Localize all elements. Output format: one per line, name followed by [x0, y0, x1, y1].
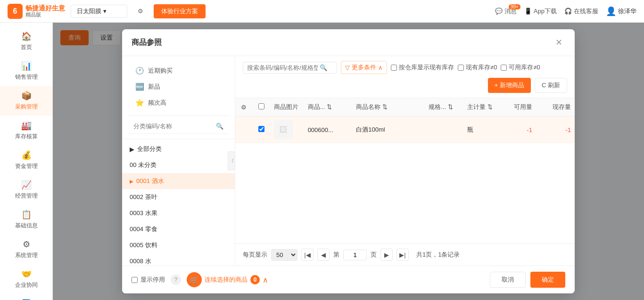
per-page-select[interactable]: 50 100 200	[271, 249, 297, 261]
cat-item-uncategorized[interactable]: 00 未分类	[122, 157, 235, 173]
quick-item-frequent[interactable]: ⭐ 频次高	[128, 95, 229, 111]
last-page-icon: ▶|	[399, 251, 405, 258]
last-page-button[interactable]: ▶|	[396, 249, 409, 261]
sidebar-item-basic[interactable]: 📋 基础信息	[0, 205, 52, 234]
row-checkbox[interactable]	[258, 126, 264, 132]
sidebar-item-finance[interactable]: 💰 资金管理	[0, 145, 52, 175]
user-item[interactable]: 👤 徐泽华	[606, 6, 636, 17]
th-unit[interactable]: 主计量 ⇅	[463, 98, 497, 117]
cat-item-drinks[interactable]: 0005 饮料	[122, 237, 235, 253]
cat-item-liquor[interactable]: ▶ 0001 酒水	[122, 173, 235, 189]
purchase-icon: 📦	[21, 91, 32, 101]
sidebar-item-management[interactable]: 📈 经营管理	[0, 175, 52, 205]
first-page-button[interactable]: |◀	[301, 249, 314, 261]
prev-page-icon: ◀	[321, 251, 326, 258]
collapse-icon: 《	[229, 158, 234, 164]
modal-title: 商品参照	[132, 38, 162, 48]
divider	[128, 116, 229, 116]
product-table: ⚙ 商品图片 商品...	[235, 98, 575, 143]
product-search-input[interactable]	[247, 64, 318, 71]
available-nonzero-checkbox-label[interactable]: 可用库存≠0	[501, 63, 540, 72]
top-right-area: 💬 消息 99+ 📱 App下载 🎧 在线客服 👤 徐泽华	[495, 6, 636, 17]
quick-items: 🕐 近期购买 🆕 新品 ⭐ 频次高	[128, 61, 229, 113]
collapse-panel-button[interactable]: 《	[228, 151, 235, 170]
cart-icon[interactable]: 🛒	[187, 272, 202, 287]
cart-label: 连续选择的商品	[205, 275, 248, 284]
stock-nonzero-checkbox[interactable]	[458, 65, 464, 71]
cancel-button[interactable]: 取消	[490, 272, 526, 288]
sidebar-item-system[interactable]: ⚙ 系统管理	[0, 234, 52, 264]
collapse-cart-icon[interactable]: ∧	[263, 275, 268, 284]
expand-icon-liquor: ▶	[130, 179, 133, 184]
add-product-button[interactable]: + 新增商品	[488, 78, 531, 93]
warehouse-checkbox-label[interactable]: 按仓库显示现有库存	[391, 63, 454, 72]
inventory-icon: 🏭	[21, 120, 32, 131]
sidebar-item-purchase[interactable]: 📦 采购管理	[0, 86, 52, 116]
sidebar-label-management: 经营管理	[15, 192, 38, 200]
more-filter-button[interactable]: ▽ 更多条件 ∧	[341, 61, 387, 74]
stock-nonzero-checkbox-label[interactable]: 现有库存≠0	[458, 63, 497, 72]
modal-footer: 显示停用 ? 🛒 连续选择的商品 0 ∧ 取消 确定	[122, 266, 575, 293]
logo: 6 畅捷通好生意 精品版	[8, 4, 65, 19]
cat-item-snack[interactable]: 0004 零食	[122, 221, 235, 237]
store-selector[interactable]: 日太阳膜 ▾	[71, 5, 127, 18]
td-checkbox[interactable]	[253, 117, 270, 143]
page-label: 第	[333, 250, 339, 259]
confirm-button[interactable]: 确定	[530, 272, 565, 288]
th-image: 商品图片	[270, 98, 304, 117]
th-code[interactable]: 商品... ⇅	[304, 98, 353, 117]
sort-icon-code: ⇅	[327, 103, 332, 110]
cat-label-uncategorized: 00 未分类	[130, 161, 157, 169]
th-settings[interactable]: ⚙	[235, 98, 253, 117]
sidebar-item-inventory[interactable]: 🏭 库存核算	[0, 116, 52, 145]
page-suffix: 页	[371, 250, 377, 259]
prev-page-button[interactable]: ◀	[317, 249, 330, 261]
category-search-input[interactable]	[133, 123, 213, 130]
show-disabled-label[interactable]: 显示停用	[132, 275, 165, 284]
footer-right: 取消 确定	[490, 272, 565, 288]
cat-label-liquor: 0001 酒水	[136, 177, 164, 185]
th-image-label: 商品图片	[274, 103, 298, 110]
app-download-label: App下载	[534, 7, 557, 16]
select-all-checkbox[interactable]	[258, 103, 264, 109]
sidebar-item-home[interactable]: 🏠 首页	[0, 26, 52, 56]
next-page-button[interactable]: ▶	[380, 249, 393, 261]
table-row[interactable]: 🖼 000600... 白酒100ml 瓶 -1 -1	[235, 117, 575, 143]
app-download-item[interactable]: 📱 App下载	[524, 7, 557, 16]
available-nonzero-checkbox[interactable]	[501, 65, 507, 71]
td-stock: -1	[536, 117, 575, 143]
warehouse-checkbox[interactable]	[391, 65, 397, 71]
experience-button[interactable]: 体验行业方案	[154, 4, 206, 18]
quick-item-new[interactable]: 🆕 新品	[128, 79, 229, 95]
sort-icon-unit: ⇅	[487, 103, 493, 110]
message-item[interactable]: 💬 消息 99+	[495, 7, 517, 16]
th-available-label: 可用量	[514, 103, 532, 110]
search-icon[interactable]: 🔍	[320, 64, 327, 71]
cat-item-fruit[interactable]: 0003 水果	[122, 205, 235, 221]
modal-overlay: 商品参照 ✕ 🕐 近期购买	[53, 23, 644, 300]
cat-item-all[interactable]: ▶ 全部分类	[122, 141, 235, 157]
sidebar-item-sales[interactable]: 📊 销售管理	[0, 56, 52, 86]
category-search-icon[interactable]: 🔍	[216, 123, 223, 130]
show-disabled-checkbox[interactable]	[132, 277, 138, 283]
home-icon: 🏠	[21, 31, 32, 42]
cat-item-water[interactable]: 0008 水	[122, 253, 235, 266]
quick-item-recent[interactable]: 🕐 近期购买	[128, 63, 229, 79]
td-unit: 瓶	[463, 117, 497, 143]
modal-header: 商品参照 ✕	[122, 29, 575, 56]
quick-item-recent-label: 近期购买	[148, 67, 173, 75]
sidebar-item-coop[interactable]: 🤝 企业协同	[0, 264, 52, 294]
th-spec[interactable]: 规格... ⇅	[425, 98, 463, 117]
refresh-button[interactable]: C 刷新	[535, 78, 567, 93]
avatar: 👤	[606, 6, 616, 17]
td-available: -1	[497, 117, 536, 143]
th-name[interactable]: 商品名称 ⇅	[352, 98, 425, 117]
sidebar-item-guide[interactable]: 📘 新手引导	[0, 294, 52, 300]
page-number-input[interactable]	[343, 250, 367, 260]
available-nonzero-text: 可用库存≠0	[509, 63, 540, 72]
online-service-item[interactable]: 🎧 在线客服	[564, 7, 598, 16]
settings-icon[interactable]: ⚙	[133, 4, 148, 19]
modal-close-button[interactable]: ✕	[552, 36, 565, 49]
cat-item-tea[interactable]: 0002 茶叶	[122, 189, 235, 205]
help-icon[interactable]: ?	[171, 275, 181, 285]
